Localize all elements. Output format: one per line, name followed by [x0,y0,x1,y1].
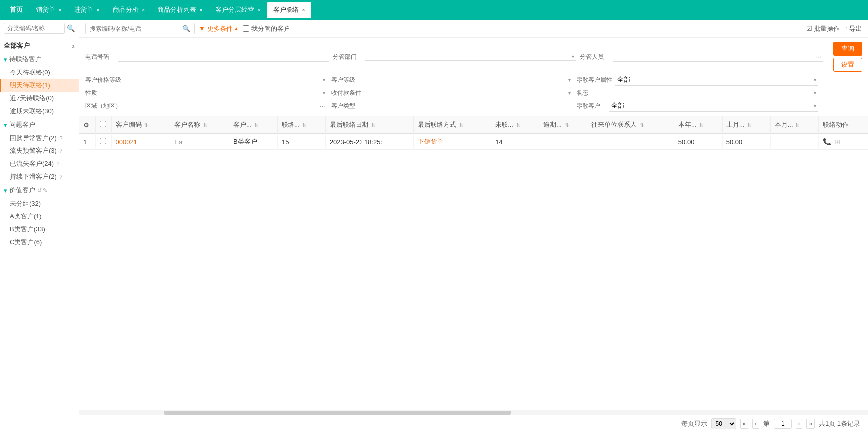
filter-search-wrap: 🔍 [85,23,195,34]
sidebar-section-value[interactable]: ▾ 价值客户 ↺ ✎ [0,183,79,197]
row-actions: 📞 ⊞ [818,134,868,150]
sidebar-all-customers-header: 全部客户 « [0,37,79,52]
sidebar-item-overdue[interactable]: 逾期未联络(30) [0,105,79,118]
row-grid-icon[interactable]: ⊞ [834,138,840,145]
row-select-checkbox[interactable] [100,138,106,144]
row-code: 000021 [111,134,170,150]
manager-select[interactable]: ··· [613,52,823,62]
col-last-contact-method[interactable]: 最后联络方式 ⇅ [414,116,491,134]
payment-select[interactable]: ▾ [364,89,573,97]
next-page-btn[interactable]: › [796,419,802,429]
sidebar-section-problem[interactable]: ▾ 问题客户 [0,118,79,132]
help-icon-2: ? [56,161,59,167]
col-actions: 联络动作 [818,116,868,134]
sidebar-item-churned[interactable]: 已流失客户(24) ? [0,157,79,170]
scrollbar-thumb[interactable] [164,411,511,415]
filter-search-icon[interactable]: 🔍 [182,25,190,32]
sidebar-search-icon[interactable]: 🔍 [67,24,75,32]
nav-customer-layer[interactable]: 客户分层经营 × [210,2,266,18]
row-phone-icon[interactable]: 📞 [823,138,831,145]
sidebar-search-input[interactable] [4,23,65,34]
sidebar-item-class-a[interactable]: A类客户(1) [0,210,79,223]
col-overdue[interactable]: 逾期... ⇅ [539,116,587,134]
sidebar-collapse-icon[interactable]: « [71,42,75,50]
nav-purchase[interactable]: 进货单 × [68,2,105,18]
sidebar-item-class-c[interactable]: C类客户(6) [0,236,79,249]
arrow-value-icon: ▾ [4,187,7,194]
sort-year-icon: ⇅ [699,122,703,128]
sidebar-item-churn-warning[interactable]: 流失预警客户(3) ? [0,144,79,157]
more-conditions-btn[interactable]: ▼ 更多条件 ▲ [199,24,239,33]
col-this-year[interactable]: 本年... ⇅ [674,116,722,134]
export-btn[interactable]: ↑ 导出 [845,24,863,33]
col-contact-person[interactable]: 往来单位联系人 ⇅ [587,116,674,134]
edit-value-icon[interactable]: ✎ [43,187,47,194]
nav-purchase-close[interactable]: × [96,7,99,13]
arrow-pending-icon: ▾ [4,56,7,63]
value-level-select[interactable]: ▾ [124,76,327,84]
customer-level-select[interactable]: ▾ [364,76,573,84]
col-gear[interactable]: ⚙ [79,116,95,134]
sidebar-item-today[interactable]: 今天待联络(0) [0,66,79,79]
status-select[interactable]: ▾ [609,89,818,97]
nav-goods-analysis-close[interactable]: × [142,7,145,13]
row-last-contact-method: 下销货单 [414,134,491,150]
per-page-select[interactable]: 50 100 200 [711,418,736,429]
col-unlinkd[interactable]: 未联... ⇅ [491,116,539,134]
nav-customer-layer-close[interactable]: × [257,7,260,13]
sidebar-item-ungrouped[interactable]: 未分组(32) [0,197,79,210]
col-customer-type[interactable]: 客户... ⇅ [229,116,277,134]
filter-search-input[interactable] [90,25,182,32]
batch-op-btn[interactable]: ☑ 批量操作 [806,24,840,33]
sidebar-item-declining[interactable]: 持续下滑客户(2) ? [0,170,79,183]
nav-home[interactable]: 首页 [4,2,29,18]
page-input[interactable] [774,419,792,429]
status-label: 状态 [577,89,606,97]
adv-filter-panel: 电话号码 分管部门 ▾ 分管人员 ··· [79,38,868,116]
nav-goods-analysis-list-close[interactable]: × [199,7,202,13]
sidebar-item-class-b[interactable]: B类客户(33) [0,223,79,236]
arrow-problem-icon: ▾ [4,121,7,129]
my-customers-checkbox[interactable] [243,25,249,32]
horizontal-scrollbar[interactable] [79,410,868,415]
nav-customer-contact-close[interactable]: × [302,7,305,13]
row-name: Ea [170,134,229,150]
col-last-contact-date[interactable]: 最后联络日期 ⇅ [325,116,413,134]
nav-goods-analysis-list[interactable]: 商品分析列表 × [151,2,208,18]
nav-goods-analysis[interactable]: 商品分析 × [107,2,150,18]
col-last-month[interactable]: 上月... ⇅ [722,116,770,134]
col-code[interactable]: 客户编码 ⇅ [111,116,170,134]
nature-select[interactable]: ▾ [118,89,327,97]
sidebar-section-pending[interactable]: ▾ 待联络客户 [0,52,79,66]
filter-bar: 🔍 ▼ 更多条件 ▲ 我分管的客户 ☑ 批量操作 ↑ 导出 [79,20,868,38]
dept-select[interactable]: ▾ [365,53,576,61]
phone-label: 电话号码 [85,53,115,61]
customer-type-select[interactable] [364,105,573,107]
phone-input[interactable] [118,52,329,62]
nav-sales-close[interactable]: × [58,7,61,13]
query-setting-btns: 查询 设置 [833,42,862,72]
help-icon-1: ? [59,148,62,154]
manager-field: 分管人员 ··· [580,52,823,62]
last-page-btn[interactable]: » [806,419,815,429]
region-select[interactable]: ··· [124,101,327,111]
retail-customer-select[interactable]: 全部 ▾ [609,100,818,112]
nav-sales[interactable]: 销货单 × [30,2,67,18]
col-name[interactable]: 客户名称 ⇅ [170,116,229,134]
first-page-btn[interactable]: « [740,419,749,429]
prev-page-btn[interactable]: ‹ [752,419,759,429]
select-all-checkbox[interactable] [100,121,106,127]
setting-btn[interactable]: 设置 [833,58,862,72]
sidebar-item-7days[interactable]: 近7天待联络(0) [0,92,79,105]
sidebar-item-tomorrow[interactable]: 明天待联络(1) [0,79,79,92]
contact-method-link[interactable]: 下销货单 [418,138,443,145]
col-this-month[interactable]: 本月... ⇅ [770,116,818,134]
nav-customer-contact[interactable]: 客户联络 × [267,2,311,18]
col-contact-count[interactable]: 联络... ⇅ [277,116,325,134]
sort-method-icon: ⇅ [459,122,463,128]
sidebar-item-abnormal-repurchase[interactable]: 回购异常客户(2) ? [0,132,79,144]
refresh-value-icon[interactable]: ↺ [37,187,42,194]
payment-caret-icon: ▾ [568,90,571,96]
query-btn[interactable]: 查询 [833,42,862,56]
retail-attr-select[interactable]: 全部 ▾ [615,74,818,86]
